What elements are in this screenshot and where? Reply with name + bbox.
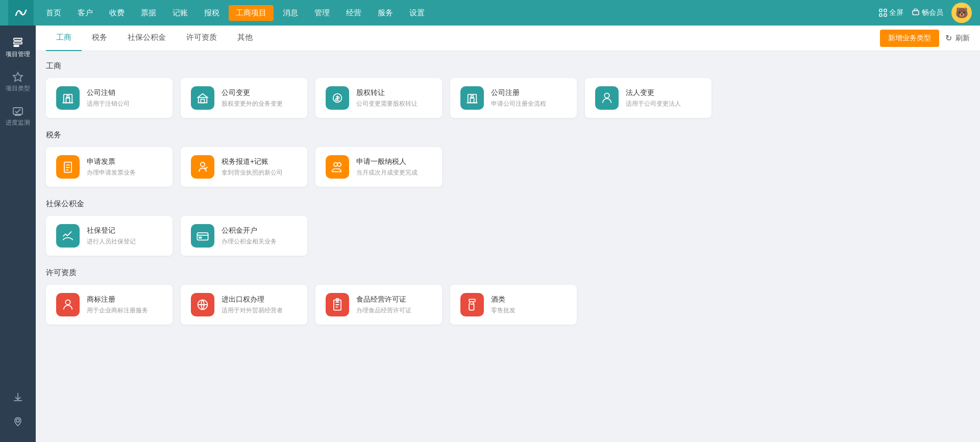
card-desc: 办理申请发票业务 — [87, 168, 162, 177]
card-股权转让[interactable]: 股权转让公司变更需要股权转让 — [315, 78, 442, 118]
nav-item-管理[interactable]: 管理 — [307, 5, 337, 21]
svg-rect-2 — [884, 9, 887, 12]
svg-point-21 — [334, 163, 337, 166]
nav-item-报税[interactable]: 报税 — [197, 5, 227, 21]
nav-item-经营[interactable]: 经营 — [339, 5, 369, 21]
card-info: 社保登记进行人员社保登记 — [87, 226, 162, 246]
card-食品经营许可证[interactable]: 食品经营许可证办理食品经营许可证 — [315, 285, 442, 325]
card-info: 酒类零售批发 — [491, 295, 567, 315]
nav-item-设置[interactable]: 设置 — [402, 5, 432, 21]
card-社保登记[interactable]: 社保登记进行人员社保登记 — [46, 216, 173, 256]
nav-item-收费[interactable]: 收费 — [102, 5, 132, 21]
cards-grid: 申请发票办理申请发票业务税务报道+记账拿到营业执照的新公司申请一般纳税人当月或次… — [46, 147, 970, 187]
card-desc: 进行人员社保登记 — [87, 237, 162, 246]
section-title: 许可资质 — [46, 268, 970, 278]
card-info: 申请发票办理申请发票业务 — [87, 157, 162, 177]
card-name: 公司注销 — [87, 88, 162, 97]
card-icon — [460, 86, 484, 110]
card-name: 申请发票 — [87, 157, 162, 166]
sidebar-item-project-type[interactable]: 项目类型 — [0, 65, 36, 99]
card-税务报道+记账[interactable]: 税务报道+记账拿到营业执照的新公司 — [181, 147, 307, 187]
cards-grid: 商标注册用于企业商标注册服务进出口权办理适用于对外贸易经营者食品经营许可证办理食… — [46, 285, 970, 325]
card-icon — [56, 293, 80, 316]
card-info: 公司注册申请公司注册全流程 — [491, 88, 567, 108]
card-info: 公司注销适用于注销公司 — [87, 88, 162, 108]
section-title: 工商 — [46, 61, 970, 71]
sub-tab-bar: 工商税务社保公积金许可资质其他新增业务类型↻刷新 — [36, 26, 980, 51]
top-nav: 首页客户收费票据记账报税工商项目消息管理经营服务设置 全屏 畅会员 🐻 — [0, 0, 980, 26]
svg-rect-10 — [13, 108, 22, 114]
card-icon — [326, 86, 349, 110]
card-name: 股权转让 — [356, 88, 432, 97]
nav-item-首页[interactable]: 首页 — [39, 5, 68, 21]
content-area: 工商税务社保公积金许可资质其他新增业务类型↻刷新 工商公司注销适用于注销公司公司… — [36, 26, 980, 442]
nav-item-客户[interactable]: 客户 — [70, 5, 100, 21]
logo — [8, 0, 34, 26]
top-nav-menu: 首页客户收费票据记账报税工商项目消息管理经营服务设置 — [39, 5, 879, 21]
sidebar-item-project-management[interactable]: 项目管理 — [0, 31, 36, 65]
card-酒类[interactable]: 酒类零售批发 — [450, 285, 577, 325]
card-公司变更[interactable]: 公司变更股权变更外的业务变更 — [181, 78, 307, 118]
download-icon[interactable] — [8, 387, 28, 407]
card-info: 进出口权办理适用于对外贸易经营者 — [222, 295, 297, 315]
svg-rect-5 — [913, 11, 919, 15]
fullscreen-btn[interactable]: 全屏 — [879, 8, 903, 17]
card-公司注册[interactable]: 公司注册申请公司注册全流程 — [450, 78, 577, 118]
refresh-button[interactable]: ↻刷新 — [945, 33, 970, 43]
sidebar-item-progress-monitor[interactable]: 进度监测 — [0, 99, 36, 133]
svg-rect-1 — [879, 9, 882, 12]
sub-tab-社保公积金[interactable]: 社保公积金 — [117, 26, 176, 51]
card-法人变更[interactable]: 法人变更适用于公司变更法人 — [585, 78, 712, 118]
card-name: 公司注册 — [491, 88, 567, 97]
card-desc: 适用于注销公司 — [87, 100, 162, 108]
card-name: 公司变更 — [222, 88, 297, 97]
nav-item-服务[interactable]: 服务 — [371, 5, 400, 21]
card-公司注销[interactable]: 公司注销适用于注销公司 — [46, 78, 173, 118]
card-desc: 办理公积金相关业务 — [222, 237, 297, 246]
sub-tab-工商[interactable]: 工商 — [46, 26, 82, 51]
card-进出口权办理[interactable]: 进出口权办理适用于对外贸易经营者 — [181, 285, 307, 325]
card-desc: 办理食品经营许可证 — [356, 306, 432, 315]
card-info: 法人变更适用于公司变更法人 — [626, 88, 701, 108]
svg-rect-14 — [201, 99, 204, 103]
nav-item-记账[interactable]: 记账 — [165, 5, 195, 21]
section-社保公积金: 社保公积金社保登记进行人员社保登记公积金开户办理公积金相关业务 — [46, 199, 970, 256]
card-info: 申请一般纳税人当月或次月成变更完成 — [356, 157, 432, 177]
card-desc: 当月或次月成变更完成 — [356, 168, 432, 177]
card-icon — [56, 224, 80, 248]
scrollable-content: 工商公司注销适用于注销公司公司变更股权变更外的业务变更股权转让公司变更需要股权转… — [36, 51, 980, 442]
sub-tab-税务[interactable]: 税务 — [82, 26, 117, 51]
card-公积金开户[interactable]: 公积金开户办理公积金相关业务 — [181, 216, 307, 256]
svg-marker-9 — [13, 72, 22, 81]
left-sidebar: 项目管理 项目类型 进度监测 — [0, 26, 36, 442]
card-name: 酒类 — [491, 295, 567, 304]
card-icon — [595, 86, 619, 110]
tab-actions: 新增业务类型↻刷新 — [880, 30, 970, 47]
nav-item-消息[interactable]: 消息 — [276, 5, 305, 21]
card-申请发票[interactable]: 申请发票办理申请发票业务 — [46, 147, 173, 187]
card-desc: 适用于对外贸易经营者 — [222, 306, 297, 315]
card-申请一般纳税人[interactable]: 申请一般纳税人当月或次月成变更完成 — [315, 147, 442, 187]
section-许可资质: 许可资质商标注册用于企业商标注册服务进出口权办理适用于对外贸易经营者食品经营许可… — [46, 268, 970, 325]
card-icon — [460, 293, 484, 316]
card-icon — [56, 86, 80, 110]
svg-rect-29 — [469, 299, 475, 302]
svg-rect-17 — [471, 95, 474, 97]
card-info: 股权转让公司变更需要股权转让 — [356, 88, 432, 108]
nav-item-工商项目[interactable]: 工商项目 — [229, 5, 274, 21]
mascot: 🐻 — [951, 3, 972, 23]
card-icon — [56, 155, 80, 179]
vip-btn[interactable]: 畅会员 — [912, 8, 943, 17]
sub-tab-许可资质[interactable]: 许可资质 — [176, 26, 227, 51]
card-info: 公司变更股权变更外的业务变更 — [222, 88, 297, 108]
sub-tab-其他[interactable]: 其他 — [227, 26, 263, 51]
card-desc: 用于企业商标注册服务 — [87, 306, 162, 315]
svg-point-22 — [337, 163, 341, 166]
nav-item-票据[interactable]: 票据 — [134, 5, 163, 21]
card-商标注册[interactable]: 商标注册用于企业商标注册服务 — [46, 285, 173, 325]
add-type-button[interactable]: 新增业务类型 — [880, 30, 939, 47]
card-icon — [326, 155, 349, 179]
svg-point-18 — [604, 93, 609, 98]
location-icon[interactable] — [8, 411, 28, 432]
card-info: 公积金开户办理公积金相关业务 — [222, 226, 297, 246]
